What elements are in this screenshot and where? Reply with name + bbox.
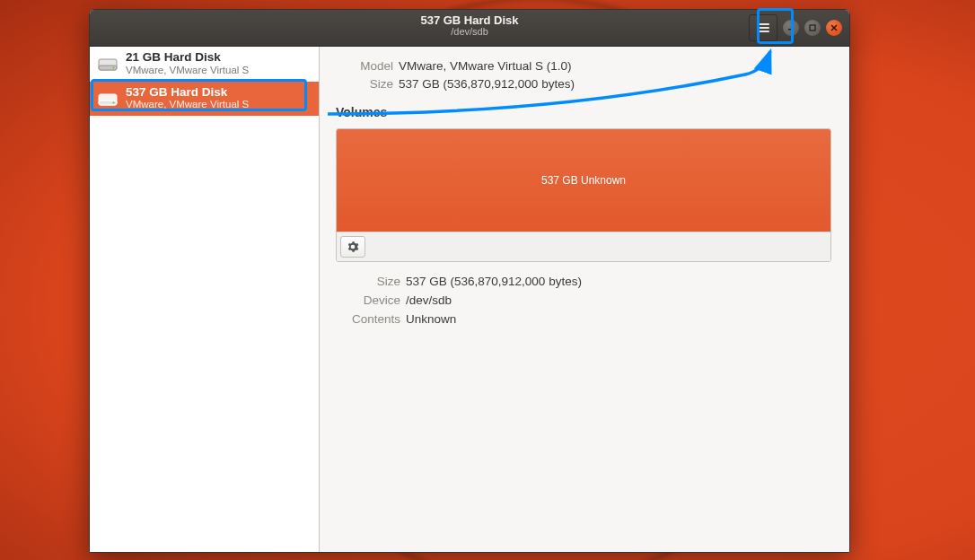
window-title-block: 537 GB Hard Disk /dev/sdb [90, 13, 849, 37]
hard-disk-icon [97, 53, 119, 74]
window-content: 21 GB Hard Disk VMware, VMware Virtual S… [90, 47, 849, 552]
detail-row-contents: Contents Unknown [336, 312, 831, 326]
volume-detail-rows: Size 537 GB (536,870,912,000 bytes) Devi… [336, 275, 831, 326]
prop-label-model: Model [336, 59, 399, 73]
disk-item-sub: VMware, VMware Virtual S [126, 65, 249, 77]
disks-window: 537 GB Hard Disk /dev/sdb [89, 9, 850, 553]
menu-icon [757, 23, 769, 32]
disk-item-label: 21 GB Hard Disk [126, 51, 249, 65]
desktop-wallpaper: 537 GB Hard Disk /dev/sdb [0, 0, 975, 560]
svg-rect-0 [788, 29, 794, 31]
svg-point-4 [113, 67, 115, 69]
app-menu-button[interactable] [749, 14, 777, 41]
svg-rect-1 [810, 25, 815, 31]
window-close-button[interactable] [826, 20, 842, 36]
hard-disk-icon [97, 88, 119, 109]
maximize-icon [809, 24, 816, 31]
detail-value-contents: Unknown [406, 312, 456, 326]
detail-label-device: Device [336, 293, 406, 307]
prop-row-size: Size 537 GB (536,870,912,000 bytes) [336, 77, 831, 91]
partition-unknown[interactable]: 537 GB Unknown [337, 129, 830, 232]
detail-label-size: Size [336, 275, 406, 288]
svg-point-7 [113, 101, 115, 103]
detail-row-device: Device /dev/sdb [336, 293, 831, 307]
detail-value-size: 537 GB (536,870,912,000 bytes) [406, 275, 582, 288]
prop-value-size: 537 GB (536,870,912,000 bytes) [399, 77, 575, 91]
disk-item-label: 537 GB Hard Disk [126, 86, 249, 100]
minimize-icon [787, 24, 795, 31]
disk-details-pane: Model VMware, VMware Virtual S (1.0) Siz… [320, 47, 849, 552]
volume-toolbar [337, 232, 830, 261]
disk-list-sidebar: 21 GB Hard Disk VMware, VMware Virtual S… [90, 47, 320, 552]
disk-item-sub: VMware, VMware Virtual S [126, 99, 249, 111]
gear-icon [347, 241, 359, 253]
titlebar[interactable]: 537 GB Hard Disk /dev/sdb [90, 10, 849, 47]
volumes-section-title: Volumes [336, 105, 831, 119]
prop-row-model: Model VMware, VMware Virtual S (1.0) [336, 59, 831, 73]
prop-label-size: Size [336, 77, 399, 91]
window-maximize-button[interactable] [804, 20, 821, 36]
detail-row-size: Size 537 GB (536,870,912,000 bytes) [336, 275, 831, 288]
window-minimize-button[interactable] [783, 20, 799, 36]
detail-label-contents: Contents [336, 312, 406, 326]
volume-options-button[interactable] [340, 236, 365, 258]
partition-map[interactable]: 537 GB Unknown [337, 129, 830, 232]
disk-item-537gb[interactable]: 537 GB Hard Disk VMware, VMware Virtual … [90, 82, 319, 117]
disk-item-21gb[interactable]: 21 GB Hard Disk VMware, VMware Virtual S [90, 47, 319, 82]
volume-box: 537 GB Unknown [336, 128, 831, 262]
window-title: 537 GB Hard Disk [90, 13, 849, 27]
prop-value-model: VMware, VMware Virtual S (1.0) [399, 59, 572, 73]
partition-label: 537 GB Unknown [541, 174, 626, 187]
window-subtitle: /dev/sdb [90, 26, 849, 37]
close-icon [830, 24, 838, 31]
detail-value-device: /dev/sdb [406, 293, 452, 307]
